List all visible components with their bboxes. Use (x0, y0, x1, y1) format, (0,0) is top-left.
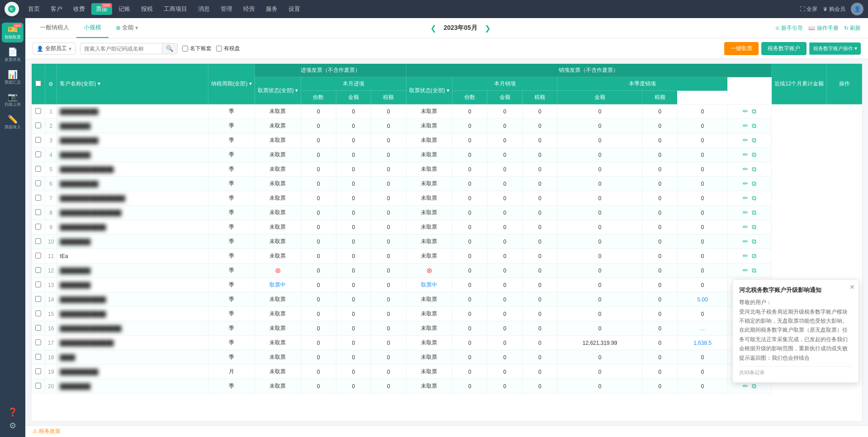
copy-btn[interactable]: ⧉ (751, 136, 757, 145)
row-checkbox[interactable] (35, 310, 41, 316)
edit-btn[interactable]: ✏ (742, 179, 749, 188)
sidebar-item-smart-ticket[interactable]: 🎫 智能取票 new (2, 23, 24, 42)
row-client-name[interactable]: ██████████████ (57, 336, 208, 350)
edit-btn[interactable]: ✏ (742, 121, 749, 130)
fullscreen-btn[interactable]: ⛶ 全屏 (800, 5, 817, 13)
row-client-name[interactable]: █████████████████ (57, 191, 208, 206)
header-in-ticket-status[interactable]: 取票状态(全部) ▾ (255, 77, 301, 104)
row-checkbox[interactable] (35, 339, 41, 345)
copy-btn[interactable]: ⧉ (751, 266, 757, 275)
row-client-name[interactable]: ██████████ (57, 177, 208, 191)
row-checkbox[interactable] (35, 166, 41, 172)
date-next-btn[interactable]: ❯ (482, 23, 493, 33)
tab-small-scale[interactable]: 小规模 (76, 18, 108, 38)
nav-operation[interactable]: 经营 (239, 3, 259, 15)
copy-btn[interactable]: ⧉ (751, 107, 757, 116)
row-checkbox[interactable] (35, 253, 41, 258)
row-checkbox[interactable] (35, 151, 41, 157)
edit-btn[interactable]: ✏ (742, 266, 749, 275)
edit-btn[interactable]: ✏ (742, 222, 749, 231)
my-account-checkbox-label[interactable]: 名下账套 (182, 45, 212, 52)
row-checkbox[interactable] (35, 383, 41, 389)
sidebar-item-ticket-entry[interactable]: ✏️ 票据录入 (2, 113, 24, 132)
copy-btn[interactable]: ⧉ (751, 251, 757, 261)
tab-general-taxpayer[interactable]: 一般纳税人 (33, 18, 76, 38)
tab-all[interactable]: ⊕ 全能 ▾ (108, 18, 146, 38)
sidebar-item-ticket-summary[interactable]: 📊 票据汇总 (2, 68, 24, 88)
row-client-name[interactable]: ████████████ (57, 307, 208, 321)
row-client-name[interactable]: ████ (57, 350, 208, 365)
new-guide-btn[interactable]: ⊙ 新手引导 (775, 24, 803, 32)
nav-business[interactable]: 工商项目 (159, 3, 192, 15)
nav-ticket[interactable]: 票据 new (91, 3, 112, 15)
sidebar-item-invoice-open[interactable]: 📄 发票开具 (2, 45, 24, 65)
tax-policy-link[interactable]: ⚠ 税务政策 (33, 428, 61, 435)
copy-btn[interactable]: ⧉ (751, 222, 757, 232)
edit-btn[interactable]: ✏ (742, 164, 749, 174)
row-client-name[interactable]: ████████ (57, 263, 208, 278)
edit-btn[interactable]: ✏ (742, 150, 749, 159)
row-client-name[interactable]: ██████████████ (57, 162, 208, 177)
row-checkbox[interactable] (35, 122, 41, 128)
row-checkbox[interactable] (35, 354, 41, 360)
row-checkbox[interactable] (35, 267, 41, 273)
edit-btn[interactable]: ✏ (742, 193, 749, 202)
row-client-name[interactable]: tEa (57, 249, 208, 263)
copy-btn[interactable]: ⧉ (751, 121, 757, 131)
my-account-checkbox[interactable] (182, 46, 188, 52)
row-checkbox[interactable] (35, 224, 41, 230)
row-client-name[interactable]: ████████████ (57, 292, 208, 307)
nav-settings[interactable]: 设置 (284, 3, 305, 15)
employee-filter[interactable]: 👤 全部员工 ▾ (33, 42, 75, 55)
date-prev-btn[interactable]: ❮ (428, 23, 439, 33)
nav-message[interactable]: 消息 (193, 3, 214, 15)
nav-home[interactable]: 首页 (24, 3, 44, 15)
nav-manage[interactable]: 管理 (216, 3, 237, 15)
header-period[interactable]: 纳税周期(全部) ▾ (208, 64, 255, 104)
copy-btn[interactable]: ⧉ (751, 193, 757, 203)
row-checkbox[interactable] (35, 238, 41, 244)
row-checkbox[interactable] (35, 195, 41, 201)
row-client-name[interactable]: ████████ (57, 148, 208, 162)
copy-btn[interactable]: ⧉ (751, 208, 757, 217)
copy-btn[interactable]: ⧉ (751, 164, 757, 174)
edit-btn[interactable]: ✏ (742, 208, 749, 217)
row-client-name[interactable]: ████████████████ (57, 206, 208, 220)
row-checkbox[interactable] (35, 108, 41, 114)
one-click-ticket-btn[interactable]: 一键取票 (724, 42, 759, 55)
tax-digital-account-btn[interactable]: 税务数字账户 (761, 42, 807, 55)
search-button[interactable]: 🔍 (162, 43, 177, 54)
edit-btn[interactable]: ✏ (742, 107, 749, 116)
row-checkbox[interactable] (35, 137, 41, 143)
edit-btn[interactable]: ✏ (742, 136, 749, 145)
row-client-name[interactable]: ████████ (57, 379, 208, 394)
row-checkbox[interactable] (35, 325, 41, 331)
vip-btn[interactable]: ♛ 购会员 (823, 5, 845, 13)
row-client-name[interactable]: ██████████ (57, 365, 208, 379)
sidebar-item-scan-upload[interactable]: 📷 扫描上传 (2, 90, 24, 110)
row-client-name[interactable]: ██████████ (57, 104, 208, 119)
header-out-ticket-status[interactable]: 取票状态(全部) ▾ (406, 77, 452, 104)
tax-digital-account-dropdown-btn[interactable]: 税务数字账户操作 ▾ (809, 42, 861, 55)
row-client-name[interactable]: ████████ (57, 278, 208, 292)
row-client-name[interactable]: ██████████ (57, 133, 208, 148)
copy-btn[interactable]: ⧉ (751, 150, 757, 160)
sidebar-item-help[interactable]: ❓ (2, 405, 24, 419)
copy-btn[interactable]: ⧉ (751, 237, 757, 246)
row-checkbox[interactable] (35, 296, 41, 302)
search-input[interactable] (80, 44, 162, 54)
row-checkbox[interactable] (35, 368, 41, 374)
row-checkbox[interactable] (35, 180, 41, 186)
sidebar-item-config[interactable]: ⚙ (2, 419, 24, 432)
user-avatar[interactable]: 👤 (851, 3, 863, 15)
edit-btn[interactable]: ✏ (742, 251, 749, 260)
row-client-name[interactable]: ████████████████ (57, 321, 208, 336)
copy-btn[interactable]: ⧉ (751, 179, 757, 188)
header-client-name[interactable]: 客户名称(全部) ▾ (57, 64, 208, 104)
row-checkbox[interactable] (35, 282, 41, 287)
edit-btn[interactable]: ✏ (742, 381, 749, 390)
nav-client[interactable]: 客户 (46, 3, 67, 15)
has-tax-disk-checkbox[interactable] (216, 46, 222, 52)
nav-fee[interactable]: 收费 (69, 3, 90, 15)
refresh-btn[interactable]: ↻ 刷新 (844, 24, 861, 32)
